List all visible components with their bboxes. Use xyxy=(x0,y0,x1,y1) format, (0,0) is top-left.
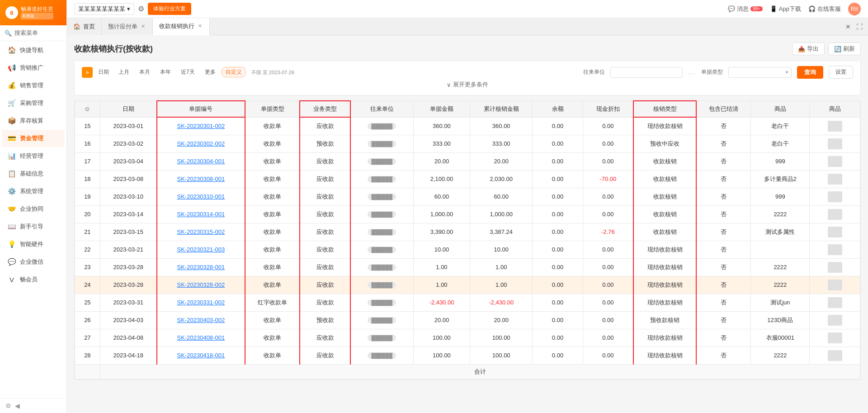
tab-home[interactable]: 🏠 首页 xyxy=(67,18,102,35)
unit-masked: ██████ xyxy=(368,176,396,182)
company-selector[interactable]: 某某某某某某某某 ▾ xyxy=(74,3,134,15)
custom-date-btn[interactable]: 自定义 xyxy=(222,67,246,77)
table-footer-row: 合计 xyxy=(75,364,860,379)
th-settings[interactable]: ⚙ xyxy=(75,101,100,117)
cell-balance: 0.00 xyxy=(533,223,583,241)
cell-code: SK-20230321-003 xyxy=(157,241,245,258)
7days-btn[interactable]: 近7天 xyxy=(177,67,199,77)
cell-cancel-type: 收款核销 xyxy=(633,205,696,223)
cell-cum-amount: -2,430.00 xyxy=(470,294,533,311)
sidebar-item-marketing[interactable]: 📢营销推广 xyxy=(2,59,65,76)
online-service-item[interactable]: 🎧 在线客服 xyxy=(808,5,841,13)
cell-no: 25 xyxy=(75,294,100,311)
cell-no: 23 xyxy=(75,258,100,276)
doc-code-link[interactable]: SK-20230403-002 xyxy=(177,317,225,323)
sidebar-item-sales[interactable]: 💰销售管理 xyxy=(2,77,65,94)
last-month-btn[interactable]: 上月 xyxy=(114,67,133,77)
cell-amount: 60.00 xyxy=(413,188,470,205)
tab-receivable-close[interactable]: ✕ xyxy=(140,23,146,30)
cell-date: 2023-03-08 xyxy=(100,170,156,188)
table-row: 18 2023-03-08 SK-20230308-001 收款单 应收款 ██… xyxy=(75,170,860,188)
sidebar-item-guide[interactable]: 📖新手引导 xyxy=(2,218,65,235)
cell-balance: 0.00 xyxy=(533,135,583,152)
this-year-btn[interactable]: 本年 xyxy=(156,67,175,77)
doc-code-link[interactable]: SK-20230418-001 xyxy=(177,352,225,359)
doc-code-link[interactable]: SK-20230321-003 xyxy=(177,246,225,253)
doc-code-link[interactable]: SK-20230408-001 xyxy=(177,334,225,341)
sidebar-item-enterprise[interactable]: 🤝企业协同 xyxy=(2,200,65,218)
sidebar-item-system[interactable]: ⚙️系统管理 xyxy=(2,183,65,200)
unit-filter-input[interactable] xyxy=(610,67,683,78)
doc-code-link[interactable]: SK-20230301-002 xyxy=(177,123,225,129)
collapse-icon[interactable]: ◀ xyxy=(15,402,20,409)
cell-cum-amount: 3,387.24 xyxy=(470,223,533,241)
settings-icon[interactable]: ⚙ xyxy=(5,402,11,409)
this-month-btn[interactable]: 本月 xyxy=(135,67,154,77)
cell-amount: 2,100.00 xyxy=(413,170,470,188)
doc-code-link[interactable]: SK-20230302-002 xyxy=(177,140,225,147)
sidebar-item-quicknav[interactable]: 🏠快捷导航 xyxy=(2,42,65,59)
refresh-button[interactable]: 🔄 刷新 xyxy=(828,43,861,55)
filter-collapse-btn[interactable]: » xyxy=(82,67,93,78)
tab-receivable[interactable]: 预计应付单 ✕ xyxy=(102,18,153,35)
solution-button[interactable]: 体验行业方案 xyxy=(148,3,191,15)
sidebar-item-hardware[interactable]: 💡智能硬件 xyxy=(2,236,65,253)
cell-date: 2023-03-21 xyxy=(100,241,156,258)
cell-product2 xyxy=(810,152,860,170)
doc-code-link[interactable]: SK-20230310-001 xyxy=(177,193,225,200)
doc-code-link[interactable]: SK-20230328-001 xyxy=(177,264,225,271)
unit-masked: ██████ xyxy=(368,352,396,359)
table-row: 15 2023-03-01 SK-20230301-002 收款单 应收款 ██… xyxy=(75,117,860,135)
sidebar-item-inventory[interactable]: 📦库存核算 xyxy=(2,112,65,129)
doc-code-link[interactable]: SK-20230314-001 xyxy=(177,211,225,218)
cell-discount: 0.00 xyxy=(583,241,633,258)
user-avatar[interactable]: Rit xyxy=(848,3,861,15)
cell-cum-amount: 100.00 xyxy=(470,329,533,347)
maximize-icon[interactable]: ⛶ xyxy=(854,21,864,32)
cell-date: 2023-03-28 xyxy=(100,276,156,294)
cell-cancel-type: 预收款核销 xyxy=(633,311,696,329)
more-date-btn[interactable]: 更多 xyxy=(201,67,220,77)
column-settings-icon: ⚙ xyxy=(85,106,90,113)
sidebar-item-member[interactable]: V畅会员 xyxy=(2,271,65,288)
message-item[interactable]: 💬 消息 99+ xyxy=(728,5,763,13)
tab-collection[interactable]: 收款核销执行 ✕ xyxy=(153,18,210,35)
cell-date: 2023-03-15 xyxy=(100,223,156,241)
sidebar-item-wechat[interactable]: 💬企业微信 xyxy=(2,253,65,271)
cell-code: SK-20230403-002 xyxy=(157,311,245,329)
doc-type-select[interactable] xyxy=(728,67,792,78)
app-download-item[interactable]: 📱 App下载 xyxy=(770,5,801,13)
sidebar-item-label: 企业微信 xyxy=(20,258,43,266)
unit-masked: ██████ xyxy=(368,141,396,147)
cell-product1: 多计量商品2 xyxy=(751,170,810,188)
cell-amount: 1,000.00 xyxy=(413,205,470,223)
sales-icon: 💰 xyxy=(7,81,16,90)
sidebar-item-basic[interactable]: 📋基础信息 xyxy=(2,165,65,182)
doc-code-link[interactable]: SK-20230304-001 xyxy=(177,158,225,165)
doc-code-link[interactable]: SK-20230331-002 xyxy=(177,299,225,306)
sidebar-item-purchase[interactable]: 🛒采购管理 xyxy=(2,95,65,112)
tab-collection-close[interactable]: ✕ xyxy=(197,22,203,30)
sidebar-search[interactable]: 🔍 搜索菜单 xyxy=(0,25,66,41)
expand-conditions-row[interactable]: ∨ 展开更多条件 xyxy=(82,79,853,90)
sidebar-item-management[interactable]: 📊经营管理 xyxy=(2,147,65,165)
doc-code-link[interactable]: SK-20230308-001 xyxy=(177,176,225,182)
topbar-gear-icon[interactable]: ⚙ xyxy=(138,5,144,13)
cell-unit: ██████ xyxy=(350,258,413,276)
filter-settings-button[interactable]: 设置 xyxy=(829,66,853,79)
doc-code-link[interactable]: SK-20230328-002 xyxy=(177,281,225,288)
cell-biz-type: 应收款 xyxy=(300,294,350,311)
close-tab-icon[interactable]: ✕ xyxy=(844,21,853,32)
footer-total-label: 合计 xyxy=(100,364,860,379)
query-button[interactable]: 查询 xyxy=(797,66,823,79)
cell-cum-amount: 1.00 xyxy=(470,258,533,276)
export-button[interactable]: 📤 导出 xyxy=(792,43,825,55)
doc-code-link[interactable]: SK-20230315-002 xyxy=(177,228,225,235)
cell-product1: 999 xyxy=(751,188,810,205)
cell-product1: 老白干 xyxy=(751,135,810,152)
sidebar-item-finance[interactable]: 💳资金管理 xyxy=(2,130,65,147)
unit-filter-dots[interactable]: ... xyxy=(688,69,696,76)
cell-biz-type: 应收款 xyxy=(300,117,350,135)
sidebar-nav: 🏠快捷导航📢营销推广💰销售管理🛒采购管理📦库存核算💳资金管理📊经营管理📋基础信息… xyxy=(0,41,66,289)
cell-code: SK-20230301-002 xyxy=(157,117,245,135)
